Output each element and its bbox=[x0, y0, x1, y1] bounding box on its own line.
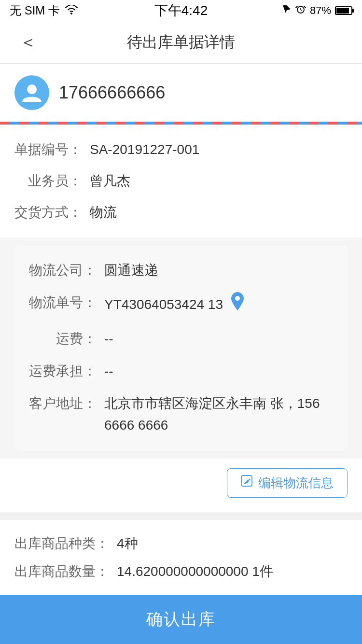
address-label: 客户地址： bbox=[29, 393, 97, 415]
svg-point-2 bbox=[235, 296, 240, 301]
freight-value: -- bbox=[104, 328, 333, 350]
freight-row: 运费： -- bbox=[29, 328, 333, 350]
logistics-company-row: 物流公司： 圆通速递 bbox=[29, 260, 333, 281]
delivery-label: 交货方式： bbox=[14, 202, 82, 224]
edit-logistics-button[interactable]: 编辑物流信息 bbox=[227, 468, 348, 498]
user-icon bbox=[20, 81, 44, 105]
freight-bear-label: 运费承担： bbox=[29, 361, 97, 382]
customer-phone: 17666666666 bbox=[59, 83, 165, 103]
address-value: 北京市市辖区海淀区永丰南 张，156 6666 6666 bbox=[104, 393, 333, 436]
address-row: 客户地址： 北京市市辖区海淀区永丰南 张，156 6666 6666 bbox=[29, 393, 333, 436]
product-quantity-label: 出库商品数量： bbox=[14, 562, 109, 581]
status-bar-left: 无 SIM 卡 bbox=[10, 3, 78, 18]
salesman-row: 业务员： 曾凡杰 bbox=[14, 170, 348, 192]
document-number-label: 单据编号： bbox=[14, 139, 82, 161]
product-quantity-row: 出库商品数量： 14.620000000000000 1件 bbox=[14, 562, 348, 581]
status-bar-right: 87% bbox=[282, 4, 352, 17]
document-number-value: SA-20191227-001 bbox=[90, 139, 348, 161]
document-info-section: 单据编号： SA-20191227-001 业务员： 曾凡杰 交货方式： 物流 bbox=[0, 125, 362, 238]
freight-label: 运费： bbox=[29, 328, 97, 350]
delivery-value: 物流 bbox=[90, 202, 348, 224]
salesman-value: 曾凡杰 bbox=[90, 170, 348, 192]
salesman-label: 业务员： bbox=[14, 170, 82, 192]
carrier-text: 无 SIM 卡 bbox=[10, 3, 60, 18]
back-button[interactable]: ＜ bbox=[14, 26, 42, 59]
status-bar: 无 SIM 卡 下午4:42 87% bbox=[0, 0, 362, 21]
logistics-tracking-label: 物流单号： bbox=[29, 292, 97, 314]
tracking-location-icon[interactable] bbox=[230, 292, 245, 318]
freight-bear-row: 运费承担： -- bbox=[29, 361, 333, 382]
confirm-outbound-button[interactable]: 确认出库 bbox=[14, 608, 348, 630]
logistics-company-label: 物流公司： bbox=[29, 260, 97, 281]
alarm-icon bbox=[295, 4, 306, 17]
delivery-row: 交货方式： 物流 bbox=[14, 202, 348, 224]
location-arrow-icon bbox=[282, 4, 292, 17]
svg-point-1 bbox=[27, 84, 37, 94]
separator bbox=[0, 512, 362, 520]
product-section: 出库商品种类： 4种 出库商品数量： 14.620000000000000 1件 bbox=[0, 520, 362, 595]
confirm-btn-container: 确认出库 bbox=[0, 595, 362, 644]
wifi-icon bbox=[65, 4, 78, 17]
battery-icon bbox=[335, 6, 352, 15]
edit-btn-label: 编辑物流信息 bbox=[258, 475, 334, 491]
logistics-tracking-value: YT43064053424 13 bbox=[104, 292, 333, 318]
freight-bear-value: -- bbox=[104, 361, 333, 382]
edit-btn-row: 编辑物流信息 bbox=[0, 459, 362, 512]
avatar bbox=[14, 75, 49, 110]
product-type-value: 4种 bbox=[117, 534, 138, 553]
document-number-row: 单据编号： SA-20191227-001 bbox=[14, 139, 348, 161]
status-bar-time: 下午4:42 bbox=[154, 1, 208, 20]
product-quantity-value: 14.620000000000000 1件 bbox=[117, 562, 273, 581]
page-title: 待出库单据详情 bbox=[127, 32, 235, 53]
logistics-card: 物流公司： 圆通速递 物流单号： YT43064053424 13 运费： --… bbox=[14, 245, 348, 450]
product-type-row: 出库商品种类： 4种 bbox=[14, 534, 348, 553]
battery-text: 87% bbox=[310, 4, 331, 17]
logistics-company-value: 圆通速递 bbox=[104, 260, 333, 281]
product-type-label: 出库商品种类： bbox=[14, 534, 109, 553]
logistics-tracking-row: 物流单号： YT43064053424 13 bbox=[29, 292, 333, 318]
edit-icon bbox=[241, 475, 253, 491]
nav-bar: ＜ 待出库单据详情 bbox=[0, 21, 362, 64]
customer-section: 17666666666 bbox=[0, 64, 362, 122]
